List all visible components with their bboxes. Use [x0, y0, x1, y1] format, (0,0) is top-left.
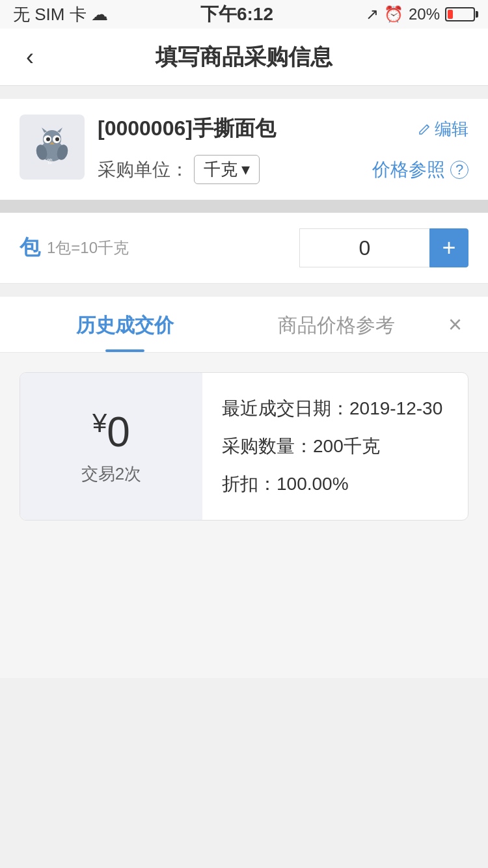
quantity-control: + [299, 228, 468, 267]
quantity-input[interactable] [299, 228, 429, 267]
recent-date-value: 2019-12-30 [349, 398, 442, 418]
conversion-label: 1包=10千克 [47, 237, 129, 258]
battery-indicator [445, 7, 475, 21]
tab-bar: 历史成交价 商品价格参考 × [0, 297, 488, 353]
svg-point-6 [46, 137, 50, 141]
product-thumbnail: 管 [20, 115, 85, 180]
price-right-panel: 最近成交日期：2019-12-30 采购数量：200千克 折扣：100.00% [202, 373, 468, 520]
price-display: ¥0 [92, 408, 130, 456]
tab-history-price[interactable]: 历史成交价 [20, 297, 230, 352]
recent-date-label: 最近成交日期： [222, 398, 349, 418]
svg-marker-3 [57, 128, 62, 133]
product-name: [0000006]手撕面包 [98, 115, 276, 143]
quantity-row: 包 1包=10千克 + [0, 213, 488, 284]
page-title: 填写商品采购信息 [156, 42, 332, 72]
location-icon: ↗ [366, 5, 379, 23]
status-bar: 无 SIM 卡 ☁ 下午6:12 ↗ ⏰ 20% [0, 0, 488, 29]
product-card: 管 [0000006]手撕面包 编辑 采购单位： 千克 [0, 99, 488, 200]
package-unit: 包 1包=10千克 [20, 234, 129, 262]
quantity-detail-label: 采购数量： [222, 436, 313, 456]
discount-value: 100.00% [277, 474, 349, 494]
back-button[interactable]: ‹ [20, 37, 40, 77]
product-info: [0000006]手撕面包 编辑 采购单位： 千克 ▾ [98, 115, 468, 184]
battery-percent: 20% [409, 5, 440, 23]
discount-label: 折扣： [222, 474, 277, 494]
quantity-row-detail: 采购数量：200千克 [222, 433, 448, 460]
nav-bar: ‹ 填写商品采购信息 [0, 29, 488, 86]
discount-row: 折扣：100.00% [222, 470, 448, 498]
trade-count: 交易2次 [81, 463, 141, 485]
content-area: ¥0 交易2次 最近成交日期：2019-12-30 采购数量：200千克 折扣：… [0, 353, 488, 678]
product-header: 管 [0000006]手撕面包 编辑 采购单位： 千克 [20, 115, 468, 184]
product-image: 管 [33, 128, 72, 167]
currency-symbol: ¥ [92, 408, 107, 437]
tab-price-reference[interactable]: 商品价格参考 [230, 297, 441, 352]
battery-fill [448, 10, 453, 19]
edit-button[interactable]: 编辑 [418, 118, 468, 141]
unit-select[interactable]: 千克 ▾ [194, 155, 260, 184]
tab-close-button[interactable]: × [442, 305, 468, 345]
product-title-row: [0000006]手撕面包 编辑 [98, 115, 468, 143]
status-right: ↗ ⏰ 20% [366, 5, 475, 23]
price-amount: 0 [107, 409, 130, 455]
edit-icon [418, 122, 432, 136]
unit-label: 采购单位： 千克 ▾ [98, 155, 260, 184]
price-ref-help-icon: ? [450, 161, 468, 179]
price-ref-button[interactable]: 价格参照 ? [372, 157, 468, 182]
unit-row: 采购单位： 千克 ▾ 价格参照 ? [98, 155, 468, 184]
alarm-icon: ⏰ [384, 5, 403, 23]
quantity-detail-value: 200千克 [313, 436, 380, 456]
section-divider [0, 200, 488, 213]
price-card: ¥0 交易2次 最近成交日期：2019-12-30 采购数量：200千克 折扣：… [20, 372, 468, 521]
status-time: 下午6:12 [200, 2, 273, 27]
svg-point-7 [55, 137, 59, 141]
svg-marker-2 [42, 128, 47, 133]
svg-text:管: 管 [47, 158, 53, 165]
price-left-panel: ¥0 交易2次 [20, 373, 202, 520]
status-left: 无 SIM 卡 ☁ [13, 3, 108, 26]
quantity-plus-button[interactable]: + [429, 228, 468, 267]
package-icon: 包 [20, 234, 40, 262]
network-status: 无 SIM 卡 ☁ [13, 3, 108, 26]
recent-date-row: 最近成交日期：2019-12-30 [222, 395, 448, 422]
